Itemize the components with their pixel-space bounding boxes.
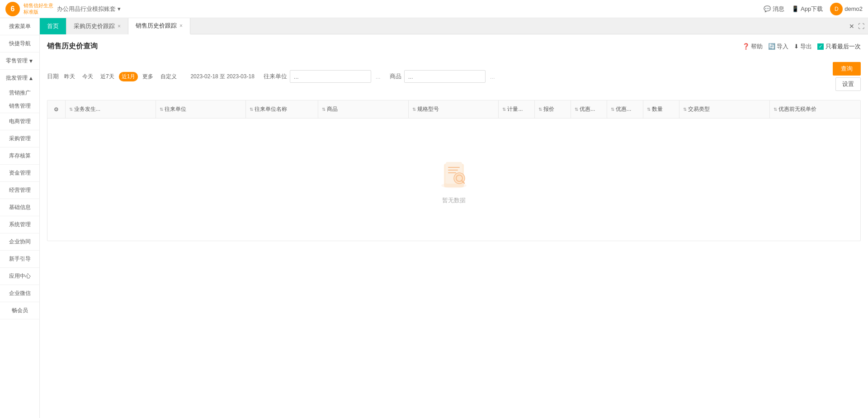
app-selector[interactable]: 办公用品行业模拟账套 ▾ [57,5,121,13]
th-partner-name[interactable]: ⇅ 往来单位名称 [246,100,318,118]
date-option-custom[interactable]: 自定义 [158,72,179,81]
sort-icon: ⇅ [647,107,651,112]
th-partner-code[interactable]: ⇅ 往来单位 [156,100,246,118]
date-range-display: 2023-02-18 至 2023-03-18 [189,73,254,81]
sidebar-item-member[interactable]: 畅会员 [0,302,39,319]
only-last-checkbox[interactable]: ✓ [817,43,824,50]
th-unit[interactable]: ⇅ 计量... [499,100,535,118]
sort-icon: ⇅ [160,107,163,112]
date-options: 昨天 今天 近7天 近1月 更多 自定义 [61,72,179,81]
tab-home[interactable]: 首页 [40,18,66,34]
partner-input[interactable] [290,70,371,83]
topbar-right: 💬 消息 📱 App下载 D demo2 [764,3,863,15]
date-option-yesterday[interactable]: 昨天 [61,72,78,81]
sidebar-item-basic-info[interactable]: 基础信息 [0,199,39,216]
sidebar-item-marketing[interactable]: 营销推广 [0,86,39,100]
sidebar-item-app-center[interactable]: 应用中心 [0,268,39,285]
sidebar-item-sales-mgmt[interactable]: 销售管理 [0,100,39,113]
th-discount2[interactable]: ⇅ 优惠... [607,100,643,118]
th-gear[interactable]: ⚙ [47,100,66,118]
th-discount1[interactable]: ⇅ 优惠... [571,100,607,118]
page-header: 销售历史价查询 ❓ 帮助 🔄 导入 ⬇ 导出 [47,42,861,51]
sort-icon: ⇅ [502,107,506,112]
sort-icon: ⇅ [683,107,687,112]
avatar: D [830,3,843,15]
sidebar-item-search-menu[interactable]: 搜索菜单 [0,18,39,35]
sidebar: 搜索菜单 快捷导航 零售管理 ▼ 批发管理 ▲ 营销推广 销售管理 电商管理 采… [0,18,40,418]
tab-sales-history[interactable]: 销售历史价跟踪 × [128,18,190,34]
product-input-dots[interactable]: ... [490,73,495,80]
tab-purchase-history[interactable]: 采购历史价跟踪 × [66,18,128,34]
logo-text: 销售信好生意 标准版 [24,3,53,14]
table-header: ⚙ ⇅ 业务发生... ⇅ 往来单位 ⇅ 往来单位名称 [47,100,860,119]
sort-icon: ⇅ [538,107,542,112]
sidebar-item-quick-nav[interactable]: 快捷导航 [0,35,39,52]
export-button[interactable]: ⬇ 导出 [794,43,812,51]
page-actions: ❓ 帮助 🔄 导入 ⬇ 导出 ✓ 只看最后 [742,43,861,51]
sidebar-item-inventory-calc[interactable]: 库存核算 [0,147,39,165]
tab-close-purchase-history[interactable]: × [118,23,121,29]
import-icon: 🔄 [768,43,775,50]
sidebar-item-system-mgmt[interactable]: 系统管理 [0,216,39,233]
date-option-last7days[interactable]: 近7天 [98,72,117,81]
empty-state: 暂无数据 [47,119,860,241]
sort-icon: ⇅ [322,107,326,112]
sort-icon: ⇅ [774,107,777,112]
logo-icon: 6 [5,2,20,16]
help-icon: ❓ [742,43,750,50]
topbar: 6 销售信好生意 标准版 办公用品行业模拟账套 ▾ 💬 消息 📱 App下载 D… [0,0,868,18]
app-download-button[interactable]: 📱 App下载 [792,5,823,13]
close-all-tabs-button[interactable]: ✕ [849,23,854,30]
partner-filter-group: 往来单位 ... [264,70,381,83]
date-option-last1month[interactable]: 近1月 [119,72,138,81]
maximize-button[interactable]: ⛶ [858,23,864,30]
th-spec[interactable]: ⇅ 规格型号 [409,100,499,118]
product-input[interactable] [404,70,486,83]
th-trade-type[interactable]: ⇅ 交易类型 [679,100,770,118]
message-icon: 💬 [764,5,771,12]
partner-input-dots[interactable]: ... [376,73,381,80]
page-content: 销售历史价查询 ❓ 帮助 🔄 导入 ⬇ 导出 [40,34,868,418]
sidebar-item-wholesale-mgmt[interactable]: 批发管理 ▲ [0,70,39,86]
topbar-left: 6 销售信好生意 标准版 办公用品行业模拟账套 ▾ [5,2,121,16]
sidebar-item-finance-mgmt[interactable]: 资金管理 [0,165,39,182]
message-button[interactable]: 💬 消息 [764,5,784,13]
date-option-today[interactable]: 今天 [80,72,96,81]
user-menu[interactable]: D demo2 [830,3,863,15]
date-option-more[interactable]: 更多 [140,72,156,81]
sort-icon: ⇅ [611,107,614,112]
sort-icon: ⇅ [575,107,578,112]
sidebar-item-enterprise-wechat[interactable]: 企业微信 [0,285,39,302]
only-last-checkbox-label: ✓ 只看最后一次 [817,43,861,51]
import-button[interactable]: 🔄 导入 [768,43,788,51]
sort-icon: ⇅ [412,107,416,112]
sidebar-item-enterprise-collab[interactable]: 企业协同 [0,233,39,251]
sidebar-item-operations-mgmt[interactable]: 经营管理 [0,182,39,199]
content-area: 首页 采购历史价跟踪 × 销售历史价跟踪 × ✕ ⛶ 销售历史价查询 [40,18,868,418]
th-pre-tax-price[interactable]: ⇅ 优惠前无税单价 [770,100,860,118]
sidebar-item-purchase-mgmt[interactable]: 采购管理 [0,130,39,147]
tab-bar: 首页 采购历史价跟踪 × 销售历史价跟踪 × ✕ ⛶ [40,18,868,34]
date-filter-label: 日期 [47,72,59,81]
query-button[interactable]: 查询 [833,62,861,76]
sidebar-item-ecommerce-mgmt[interactable]: 电商管理 [0,113,39,130]
chevron-down-icon: ▼ [28,58,34,64]
settings-button[interactable]: 设置 [835,77,861,91]
gear-icon: ⚙ [54,106,59,113]
sidebar-item-new-guide[interactable]: 新手引导 [0,251,39,268]
empty-text: 暂无数据 [442,196,466,204]
th-product[interactable]: ⇅ 商品 [318,100,409,118]
app-download-icon: 📱 [792,5,799,12]
th-price[interactable]: ⇅ 报价 [535,100,571,118]
sort-icon: ⇅ [250,107,253,112]
tab-close-sales-history[interactable]: × [179,23,183,29]
th-quantity[interactable]: ⇅ 数量 [643,100,679,118]
chevron-up-icon: ▲ [28,75,34,81]
th-business-date[interactable]: ⇅ 业务发生... [66,100,156,118]
chevron-down-icon: ▾ [118,5,121,12]
help-button[interactable]: ❓ 帮助 [742,43,763,51]
product-filter-label: 商品 [390,72,401,81]
sort-icon: ⇅ [69,107,73,112]
sidebar-item-retail-mgmt[interactable]: 零售管理 ▼ [0,52,39,69]
main-layout: 搜索菜单 快捷导航 零售管理 ▼ 批发管理 ▲ 营销推广 销售管理 电商管理 采… [0,18,868,418]
